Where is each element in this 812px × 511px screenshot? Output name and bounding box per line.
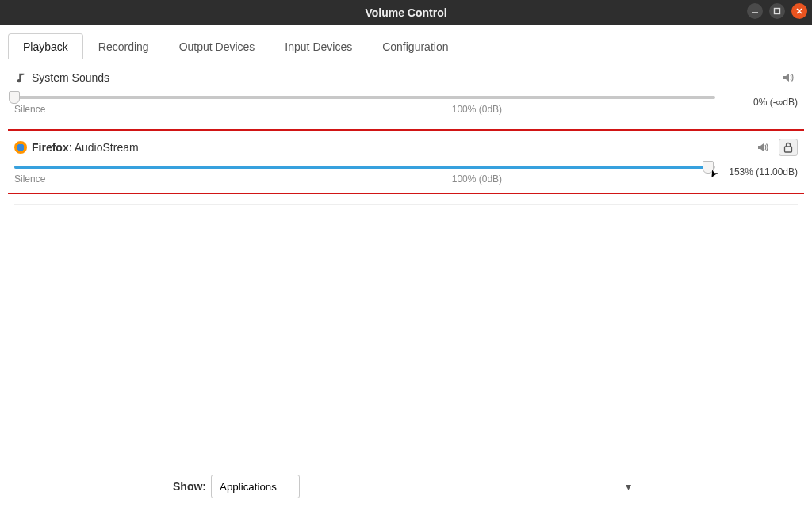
svg-rect-1 — [785, 147, 792, 152]
stream-row: Firefox: AudioStream➤Silence100% (0dB) 1… — [8, 129, 804, 194]
playback-content: System SoundsSilence100% (0dB) 0% (-∞dB)… — [8, 59, 804, 467]
stream-name: System Sounds — [32, 71, 109, 84]
close-button[interactable] — [791, 3, 807, 19]
volume-slider[interactable]: ➤Silence100% (0dB) — [14, 159, 715, 185]
volume-readout: 0% (-∞dB) — [726, 97, 798, 108]
volume-slider[interactable]: Silence100% (0dB) — [14, 90, 715, 115]
stream-header: System Sounds — [14, 69, 798, 86]
stream-name: Firefox: AudioStream — [32, 141, 139, 154]
show-select[interactable]: Applications — [211, 475, 300, 498]
slider-thumb[interactable] — [703, 161, 714, 174]
stream-label: Firefox: AudioStream — [14, 141, 747, 154]
tab-input-devices[interactable]: Input Devices — [270, 33, 367, 59]
tab-configuration[interactable]: Configuration — [367, 33, 463, 59]
slider-row: ➤Silence100% (0dB) 153% (11.00dB) — [14, 159, 798, 185]
tab-recording[interactable]: Recording — [83, 33, 164, 59]
maximize-button[interactable] — [769, 3, 785, 19]
footer: Show: Applications — [8, 467, 804, 511]
music-note-icon — [14, 71, 27, 84]
mute-button[interactable] — [753, 139, 772, 156]
hundred-percent-label: 100% (0dB) — [452, 174, 502, 185]
stream-label: System Sounds — [14, 71, 772, 84]
volume-readout: 153% (11.00dB) — [726, 166, 798, 177]
minimize-button[interactable] — [747, 3, 763, 19]
window-title: Volume Control — [365, 6, 446, 19]
silence-label: Silence — [14, 104, 45, 115]
silence-label: Silence — [14, 174, 45, 185]
tab-playback[interactable]: Playback — [8, 33, 83, 59]
show-label: Show: — [173, 480, 206, 493]
stream-header: Firefox: AudioStream — [14, 139, 798, 156]
mute-button[interactable] — [779, 69, 798, 86]
lock-channels-button[interactable] — [779, 139, 798, 156]
firefox-icon — [14, 141, 27, 154]
hundred-percent-label: 100% (0dB) — [452, 104, 502, 115]
slider-scale: Silence100% (0dB) — [14, 104, 715, 115]
separator — [14, 204, 798, 205]
svg-rect-0 — [775, 9, 780, 14]
slider-row: Silence100% (0dB) 0% (-∞dB) — [14, 90, 798, 115]
stream-row: System SoundsSilence100% (0dB) 0% (-∞dB) — [14, 69, 798, 115]
tabs: PlaybackRecordingOutput DevicesInput Dev… — [8, 33, 804, 59]
tab-output-devices[interactable]: Output Devices — [164, 33, 270, 59]
titlebar: Volume Control — [0, 0, 812, 25]
slider-thumb[interactable] — [9, 91, 20, 104]
slider-scale: Silence100% (0dB) — [14, 174, 715, 185]
window-controls — [747, 3, 807, 19]
